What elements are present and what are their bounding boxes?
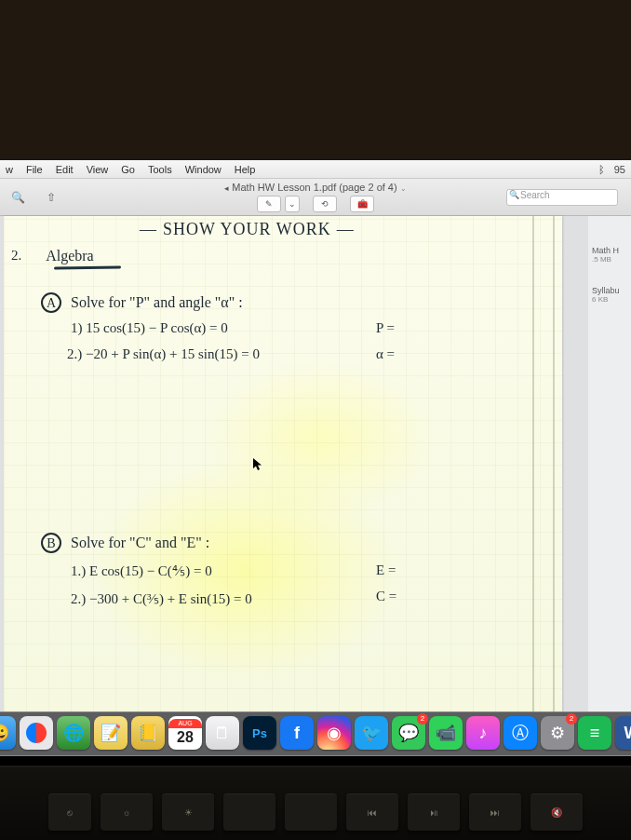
mac-menubar: w File Edit View Go Tools Window Help ᛒ … — [0, 160, 631, 179]
dock-facetime-icon[interactable]: 📹 — [429, 716, 463, 750]
dock-itunes-icon[interactable]: ♪ — [466, 716, 500, 750]
keyboard: ⎋ ☼ ☀ ⏮ ⏯ ⏭ 🔇 — [0, 767, 631, 840]
equation-b2: 2.) −300 + C(³⁄₅) + E sin(15) = 0 — [71, 590, 252, 607]
pdf-page: SHOW YOUR WORK 2. 2. Algebra ASolve for … — [4, 216, 562, 711]
equation-b1: 1.) E cos(15) − C(⁴⁄₅) = 0 — [71, 562, 212, 579]
photo-background: w File Edit View Go Tools Window Help ᛒ … — [0, 0, 631, 840]
app-menu-initial[interactable]: w — [6, 164, 13, 175]
markup-dropdown[interactable]: ⌄ — [285, 196, 300, 212]
dock-photoshop-icon[interactable]: Ps — [243, 716, 276, 750]
calendar-day: 28 — [177, 728, 194, 747]
title-underline — [54, 265, 121, 269]
dock-reminders-icon[interactable]: 🗒 — [206, 716, 239, 750]
part-b-letter: B — [41, 533, 61, 553]
bluetooth-icon[interactable]: ᛒ — [598, 164, 605, 175]
finder-sidebar-sliver: Math H .5 MB Syllabu 6 KB — [588, 216, 631, 711]
dock: 😀 🌐 📝 📒 AUG 28 🗒 Ps f ◉ 🐦 💬2 📹 ♪ Ⓐ ⚙2 — [0, 711, 631, 756]
menu-view[interactable]: View — [87, 164, 109, 175]
sidebar-file-1-size: .5 MB — [592, 255, 627, 264]
markup-toolbar-button[interactable]: 🧰 — [350, 196, 374, 212]
menu-go[interactable]: Go — [121, 164, 135, 175]
dock-instagram-icon[interactable]: ◉ — [317, 716, 351, 750]
dock-notes-icon[interactable]: 📒 — [131, 716, 165, 750]
dock-word-icon[interactable]: W — [615, 716, 631, 750]
sidebar-file-1[interactable]: Math H — [592, 246, 627, 255]
dock-stickies-icon[interactable]: 📝 — [94, 716, 128, 750]
sysprefs-badge: 2 — [566, 713, 577, 725]
key-esc: ⎋ — [48, 793, 91, 831]
dock-tray: 😀 🌐 📝 📒 AUG 28 🗒 Ps f ◉ 🐦 💬2 📹 ♪ Ⓐ ⚙2 — [0, 711, 631, 756]
battery-percent: 95 — [614, 164, 625, 175]
answer-p: P = — [376, 320, 395, 336]
menu-help[interactable]: Help — [235, 164, 256, 175]
laptop-bezel — [0, 0, 631, 158]
mouse-cursor-icon — [253, 458, 262, 471]
equation-a1: 1) 15 cos(15) − P cos(α) = 0 — [71, 320, 228, 336]
answer-alpha: α = — [376, 346, 395, 362]
margin-line — [532, 216, 534, 711]
margin-line — [553, 216, 555, 711]
key-f1: ☼ — [101, 793, 153, 831]
key-f8: 🔇 — [530, 793, 583, 831]
page-content: SHOW YOUR WORK 2. 2. Algebra ASolve for … — [4, 216, 562, 711]
menu-edit[interactable]: Edit — [56, 164, 74, 175]
equation-a2: 2.) −20 + P sin(α) + 15 sin(15) = 0 — [67, 346, 260, 362]
dock-facebook-icon[interactable]: f — [280, 716, 314, 750]
screen-area: w File Edit View Go Tools Window Help ᛒ … — [0, 160, 631, 765]
calendar-month: AUG — [168, 719, 202, 728]
section-number: 2. — [11, 248, 21, 264]
menu-window[interactable]: Window — [185, 164, 222, 175]
markup-button[interactable]: ✎ — [257, 196, 281, 212]
dock-calendar-icon[interactable]: AUG 28 — [168, 716, 202, 750]
part-a-prompt: ASolve for "P" and angle "α" : — [41, 292, 243, 313]
document-viewport[interactable]: SHOW YOUR WORK 2. 2. Algebra ASolve for … — [0, 216, 631, 711]
key-f6: ⏯ — [408, 793, 460, 831]
menu-file[interactable]: File — [26, 164, 43, 175]
dock-spotify-icon[interactable]: ≡ — [578, 716, 611, 750]
menu-tools[interactable]: Tools — [148, 164, 172, 175]
preview-toolbar: 🔍 ⇧ ◂ Math HW Lesson 1.pdf (page 2 of 4)… — [0, 179, 631, 216]
key-f7: ⏭ — [469, 793, 521, 831]
dock-maps-icon[interactable]: 🌐 — [57, 716, 90, 750]
dock-safari-icon[interactable] — [20, 716, 53, 750]
messages-badge: 2 — [417, 713, 428, 725]
key-f3 — [223, 793, 275, 831]
key-f4 — [285, 793, 337, 831]
search-input[interactable]: Search — [506, 189, 618, 206]
dock-sysprefs-icon[interactable]: ⚙2 — [541, 716, 574, 750]
answer-c: C = — [376, 589, 396, 604]
sidebar-file-2-size: 6 KB — [592, 295, 627, 304]
answer-e: E = — [376, 562, 396, 578]
part-b-prompt: BSolve for "C" and "E" : — [41, 533, 209, 553]
rotate-button[interactable]: ⟲ — [313, 196, 337, 212]
sidebar-file-2[interactable]: Syllabu — [592, 286, 627, 295]
dock-finder-icon[interactable]: 😀 — [0, 716, 16, 750]
dock-messages-icon[interactable]: 💬2 — [392, 716, 425, 750]
key-f2: ☀ — [162, 793, 214, 831]
section-title: 2. Algebra — [32, 248, 94, 264]
key-f5: ⏮ — [346, 793, 398, 831]
part-a-letter: A — [41, 292, 61, 313]
worksheet-header: SHOW YOUR WORK — [134, 220, 360, 239]
dock-twitter-icon[interactable]: 🐦 — [355, 716, 388, 750]
dock-appstore-icon[interactable]: Ⓐ — [503, 716, 537, 750]
